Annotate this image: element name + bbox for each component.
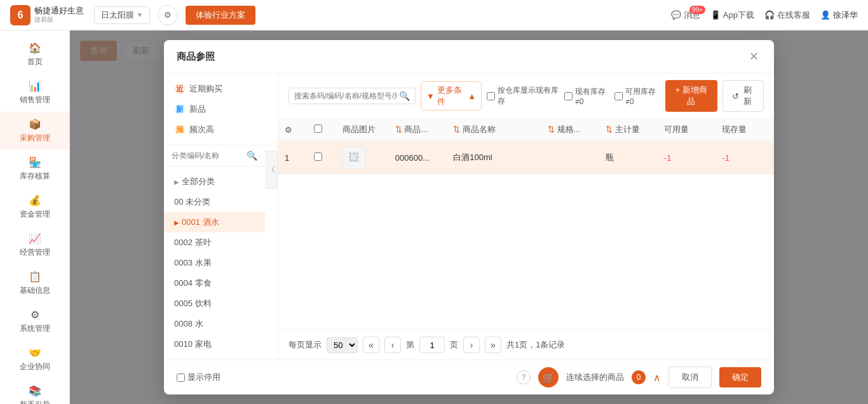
show-disabled-checkbox[interactable]: 显示停用: [177, 372, 220, 383]
product-toolbar: 🔍 ▼ 更多条件 ▲ 按仓库显示现有库存: [278, 74, 774, 119]
category-search: 🔍: [164, 145, 265, 166]
quick-frequent[interactable]: 频 频次高: [164, 119, 278, 140]
logo-area: 6 畅捷通好生意 捷易版: [10, 5, 86, 25]
sidebar-item-system[interactable]: ⚙ 系统管理: [0, 302, 69, 340]
experience-button[interactable]: 体验行业方案: [186, 6, 255, 25]
page-number-input[interactable]: [419, 337, 445, 353]
sidebar-item-sales[interactable]: 📊 销售管理: [0, 74, 69, 112]
category-all-label: 全部分类: [182, 176, 215, 187]
col-settings[interactable]: ⚙: [278, 119, 308, 141]
col-code[interactable]: ⇅ 商品...: [389, 119, 447, 141]
category-snacks[interactable]: 0004 零食: [164, 273, 265, 293]
table-row[interactable]: 1 🖼: [278, 141, 774, 175]
product-search-input[interactable]: [294, 91, 397, 100]
quick-new[interactable]: 新 新品: [164, 99, 278, 119]
category-alcohol[interactable]: ▶ 0001 酒水: [164, 212, 265, 232]
operations-icon: 📈: [29, 232, 41, 245]
sidebar-item-finance[interactable]: 💰 资金管理: [0, 188, 69, 226]
row-available-cell: -1: [658, 141, 715, 175]
col-stock: 现存量: [715, 119, 774, 141]
checkbox-warehouse-stock[interactable]: 按仓库显示现有库存: [487, 85, 559, 107]
category-uncategorized[interactable]: 00 未分类: [164, 192, 265, 212]
last-page-button[interactable]: »: [485, 337, 501, 353]
settings-button[interactable]: ⚙: [158, 5, 178, 25]
product-search-icon[interactable]: 🔍: [399, 91, 410, 101]
show-disabled-input[interactable]: [177, 374, 185, 382]
prev-page-button[interactable]: ‹: [384, 337, 401, 353]
category-fruit-label: 0003 水果: [174, 257, 212, 269]
checkbox-usable-not-zero-input[interactable]: [614, 92, 623, 100]
category-tea[interactable]: 0002 茶叶: [164, 232, 265, 253]
col-settings-icon[interactable]: ⚙: [285, 125, 292, 135]
continuous-label: 连续选择的商品: [566, 372, 624, 383]
col-checkbox[interactable]: [308, 119, 337, 141]
sidebar-item-operations[interactable]: 📈 经营管理: [0, 226, 69, 264]
sidebar-item-inventory[interactable]: 🏪 库存核算: [0, 150, 69, 188]
row-checkbox[interactable]: [314, 152, 322, 161]
category-search-icon[interactable]: 🔍: [247, 151, 257, 161]
category-appliances[interactable]: 0010 家电: [164, 334, 265, 354]
user-avatar[interactable]: 👤 徐泽华: [820, 10, 858, 21]
row-code-cell: 000600...: [389, 141, 447, 175]
logo-text: 畅捷通好生意: [34, 6, 84, 16]
product-panel: 🔍 ▼ 更多条件 ▲ 按仓库显示现有库存: [278, 74, 774, 360]
col-code-label: 商品...: [404, 125, 428, 134]
modal-footer: 显示停用 ? 🛒 连续选择的商品 0 ∧ 取消 确定: [164, 360, 774, 394]
cancel-button[interactable]: 取消: [668, 367, 712, 388]
selected-count-badge: 0: [632, 370, 646, 384]
col-spec-label: 规格...: [557, 125, 581, 134]
row-unit-cell: 瓶: [599, 141, 657, 175]
system-icon: ⚙: [31, 309, 39, 321]
filter-button[interactable]: ▼ 更多条件 ▲: [421, 81, 482, 111]
first-page-button[interactable]: «: [363, 337, 379, 353]
next-page-button[interactable]: ›: [463, 337, 480, 353]
category-panel: 近 近期购买 新 新品 频 频次高: [164, 74, 278, 360]
quick-recent[interactable]: 近 近期购买: [164, 79, 278, 99]
sidebar-item-enterprise[interactable]: 🤝 企业协同: [0, 340, 69, 379]
checkbox-warehouse-stock-input[interactable]: [487, 92, 495, 100]
select-all-checkbox[interactable]: [314, 125, 322, 133]
app-download-button[interactable]: 📱 App下载: [710, 10, 754, 21]
col-spec[interactable]: ⇅ 规格...: [541, 119, 599, 141]
enterprise-icon: 🤝: [29, 347, 41, 359]
help-button[interactable]: ?: [517, 370, 531, 384]
home-icon: 🏠: [29, 42, 41, 54]
row-stock: -1: [722, 153, 729, 163]
filter-icon: ▼: [426, 91, 435, 101]
checkbox-available-not-zero[interactable]: 现有库存≠0: [564, 86, 609, 106]
category-all[interactable]: ▶ 全部分类: [164, 172, 265, 192]
row-checkbox-cell[interactable]: [308, 141, 337, 175]
category-fruit[interactable]: 0003 水果: [164, 253, 265, 273]
category-beverages[interactable]: 0005 饮料: [164, 293, 265, 314]
confirm-button[interactable]: 确定: [719, 367, 761, 387]
cart-button[interactable]: 🛒: [538, 367, 559, 387]
per-page-select[interactable]: 50: [327, 337, 358, 353]
row-available: -1: [664, 153, 672, 163]
collapse-left-icon: 《: [268, 165, 275, 175]
sidebar-item-basics[interactable]: 📋 基础信息: [0, 264, 69, 302]
store-dropdown-arrow: ▼: [137, 11, 143, 18]
message-button[interactable]: 💬 消息 99+: [671, 10, 700, 21]
category-tea-label: 0002 茶叶: [174, 237, 212, 248]
sidebar-item-guide[interactable]: 📚 新手引导: [0, 379, 69, 404]
online-service-button[interactable]: 🎧 在线客服: [764, 10, 810, 21]
modal-close-button[interactable]: ✕: [746, 49, 761, 64]
footer-collapse-button[interactable]: ∧: [653, 372, 661, 384]
refresh-button[interactable]: ↺ 刷新: [722, 80, 764, 112]
store-selector[interactable]: 日太阳膜 ▼: [94, 6, 150, 24]
category-collapse-button[interactable]: 《: [265, 151, 278, 189]
basics-icon: 📋: [29, 271, 41, 283]
add-product-button[interactable]: + 新增商品: [665, 80, 717, 112]
purchase-icon: 📦: [29, 118, 41, 130]
recent-icon: 近: [174, 83, 186, 95]
col-unit-label: 主计量: [615, 125, 640, 134]
settings-icon: ⚙: [164, 10, 172, 20]
checkbox-available-not-zero-input[interactable]: [564, 92, 573, 100]
sidebar-item-purchase[interactable]: 📦 采购管理: [0, 112, 69, 150]
checkbox-usable-not-zero[interactable]: 可用库存≠0: [614, 86, 660, 106]
category-water[interactable]: 0008 水: [164, 314, 265, 334]
col-unit[interactable]: ⇅ 主计量: [599, 119, 657, 141]
sidebar-item-home[interactable]: 🏠 首页: [0, 36, 69, 74]
col-name[interactable]: ⇅ 商品名称: [447, 119, 541, 141]
category-search-input[interactable]: [172, 151, 244, 160]
